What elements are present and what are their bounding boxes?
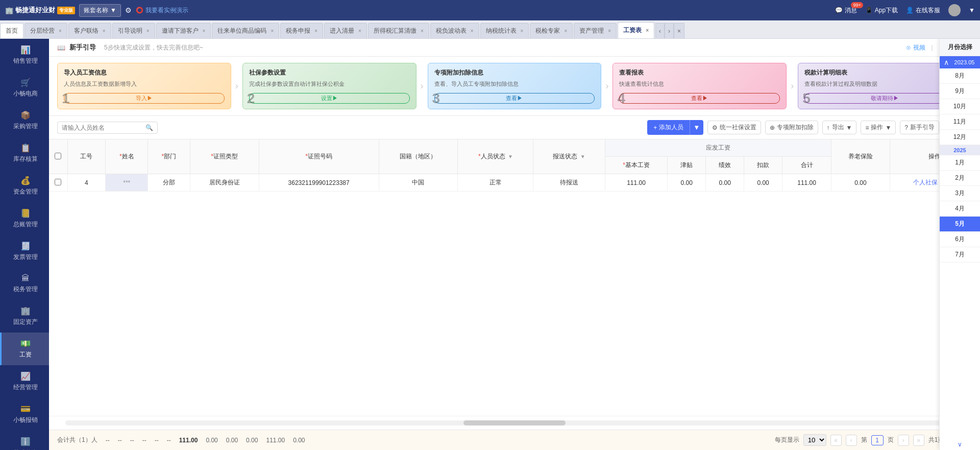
sidebar-item-salary[interactable]: 💵 工资 — [0, 333, 49, 365]
tab-product[interactable]: 往来单位商品编码 × — [212, 23, 279, 38]
tab-invite[interactable]: 邀请下游客户 × — [156, 23, 211, 38]
new-guide-button[interactable]: ? 新手引导 — [900, 121, 939, 134]
sidebar-item-inventory[interactable]: 📋 库存核算 — [0, 137, 49, 170]
tab-assets[interactable]: 资产管理 × — [574, 23, 617, 38]
month-item-10[interactable]: 10月 — [940, 99, 980, 114]
close-icon[interactable]: × — [203, 28, 206, 34]
message-button[interactable]: 💬 消息 99+ — [835, 6, 857, 15]
month-item-2025-5[interactable]: 5月 — [940, 217, 980, 232]
status-filter-icon[interactable]: ▼ — [508, 154, 513, 159]
col-performance-header: 绩效 — [706, 157, 744, 174]
personal-social-link[interactable]: 个人社保 — [913, 179, 938, 186]
sidebar-item-fixed-assets[interactable]: 🏢 固定资产 — [0, 300, 49, 333]
sidebar-item-expense[interactable]: 💳 小畅报销 — [0, 398, 49, 431]
month-item-12[interactable]: 12月 — [940, 130, 980, 145]
operations-button[interactable]: ≡ 操作 ▼ — [861, 121, 896, 134]
sidebar-item-tax-mgmt[interactable]: 🏛 税务管理 — [0, 268, 49, 300]
search-input[interactable] — [62, 124, 143, 131]
month-item-2025-2[interactable]: 2月 — [940, 171, 980, 186]
ledger-icon: 📒 — [20, 208, 31, 218]
tab-yindao[interactable]: 引导说明 × — [112, 23, 155, 38]
tab-suode[interactable]: 所得税汇算清缴 × — [368, 23, 429, 38]
tab-next-button[interactable]: › — [665, 23, 674, 38]
user-menu-button[interactable]: ▼ — [969, 7, 975, 14]
sidebar-item-purchase[interactable]: 📦 采购管理 — [0, 104, 49, 137]
month-item-2025-4[interactable]: 4月 — [940, 201, 980, 217]
tab-kehu[interactable]: 客户联络 × — [68, 23, 111, 38]
sidebar-item-ecommerce[interactable]: 🛒 小畅电商 — [0, 72, 49, 104]
year-prev-button[interactable]: ∧ — [942, 58, 951, 66]
scroll-thumb[interactable] — [463, 420, 566, 425]
tab-prev-button[interactable]: ‹ — [655, 23, 665, 38]
add-person-dropdown-button[interactable]: ▼ — [690, 120, 703, 135]
search-icon[interactable]: 🔍 — [145, 124, 153, 131]
month-item-2025-6[interactable]: 6月 — [940, 232, 980, 247]
close-icon[interactable]: × — [59, 28, 62, 34]
guide-video-link[interactable]: ⊙ 视频 — [906, 43, 925, 52]
close-icon[interactable]: × — [314, 28, 317, 34]
sidebar-item-capital[interactable]: 💰 资金管理 — [0, 170, 49, 202]
chevron-down-icon: ▼ — [885, 124, 891, 131]
step-2-setup-button[interactable]: 设置▶ — [249, 93, 410, 104]
col-id-header: 工号 — [67, 139, 106, 174]
month-panel-collapse-button[interactable]: ∨ — [940, 439, 980, 450]
col-name-header[interactable]: *姓名 — [106, 139, 148, 174]
tab-close-all-button[interactable]: × — [674, 23, 684, 38]
tab-zhuanjia[interactable]: 税检专家 × — [530, 23, 573, 38]
step-3-view-button[interactable]: 查看▶ — [434, 93, 595, 104]
row-checkbox[interactable] — [55, 179, 61, 185]
close-icon[interactable]: × — [271, 28, 274, 34]
export-button[interactable]: ↑ 导出 ▼ — [822, 121, 857, 134]
tab-tax[interactable]: 税务申报 × — [280, 23, 323, 38]
close-icon[interactable]: × — [646, 28, 649, 33]
sidebar-item-sales[interactable]: 📊 销售管理 — [0, 39, 49, 72]
current-page[interactable]: 1 — [871, 435, 884, 445]
social-security-button[interactable]: ⚙ 统一社保设置 — [707, 121, 761, 134]
close-icon[interactable]: × — [146, 28, 150, 34]
month-item-8[interactable]: 8月 — [940, 68, 980, 84]
settings-button[interactable]: ⚙ — [125, 6, 132, 14]
month-item-11[interactable]: 11月 — [940, 114, 980, 130]
user-avatar[interactable] — [948, 4, 961, 16]
demo-link[interactable]: ⭕ 我要看实例演示 — [136, 6, 188, 15]
sidebar-item-invoice[interactable]: 🧾 发票管理 — [0, 235, 49, 268]
step-4-view-button[interactable]: 查看▶ — [619, 93, 780, 104]
tab-fudan[interactable]: 税负波动表 × — [430, 23, 479, 38]
month-item-9[interactable]: 9月 — [940, 84, 980, 99]
add-person-button[interactable]: + 添加人员 — [647, 120, 690, 135]
month-item-2025-1[interactable]: 1月 — [940, 155, 980, 171]
next-page-button[interactable]: › — [898, 435, 909, 446]
horizontal-scrollbar[interactable] — [49, 416, 980, 430]
close-icon[interactable]: × — [521, 28, 524, 34]
app-download-button[interactable]: 📱 App下载 — [865, 6, 898, 15]
month-item-2025-7[interactable]: 7月 — [940, 247, 980, 263]
account-selector[interactable]: 账套名称 ▼ — [79, 4, 121, 17]
prev-page-button[interactable]: ‹ — [846, 435, 857, 446]
close-icon[interactable]: × — [421, 28, 424, 34]
close-icon[interactable]: × — [471, 28, 474, 34]
sidebar-item-operations[interactable]: 📈 经营管理 — [0, 365, 49, 398]
tab-salary[interactable]: 工资表 × — [618, 22, 654, 38]
special-deduction-button[interactable]: ⊕ 专项附加扣除 — [765, 121, 818, 134]
last-page-button[interactable]: » — [913, 435, 924, 446]
close-icon[interactable]: × — [358, 28, 361, 34]
month-item-2025-3[interactable]: 3月 — [940, 186, 980, 201]
close-icon[interactable]: × — [564, 28, 567, 34]
logo-icon: 🏢 — [5, 7, 13, 14]
tab-qingce[interactable]: 进入清册 × — [324, 23, 367, 38]
submit-filter-icon[interactable]: ▼ — [580, 154, 585, 159]
close-icon[interactable]: × — [103, 28, 106, 34]
close-icon[interactable]: × — [608, 28, 611, 34]
tab-tongji[interactable]: 纳税统计表 × — [480, 23, 529, 38]
col-status-header: *人员状态 ▼ — [458, 139, 533, 174]
first-page-button[interactable]: « — [830, 435, 842, 446]
sidebar-item-ledger[interactable]: 📒 总账管理 — [0, 202, 49, 235]
operations-icon: 📈 — [20, 371, 31, 381]
online-service-button[interactable]: 👤 在线客服 — [906, 6, 940, 15]
step-1-import-button[interactable]: 导入▶ — [64, 93, 225, 104]
sidebar-item-basic-info[interactable]: ℹ️ 基础信息 — [0, 431, 49, 450]
page-size-select[interactable]: 10 20 50 — [803, 434, 826, 446]
select-all-checkbox[interactable] — [55, 153, 61, 159]
tab-fenceng[interactable]: 分层经营 × — [24, 23, 67, 38]
tab-home[interactable]: 首页 — [0, 23, 23, 38]
